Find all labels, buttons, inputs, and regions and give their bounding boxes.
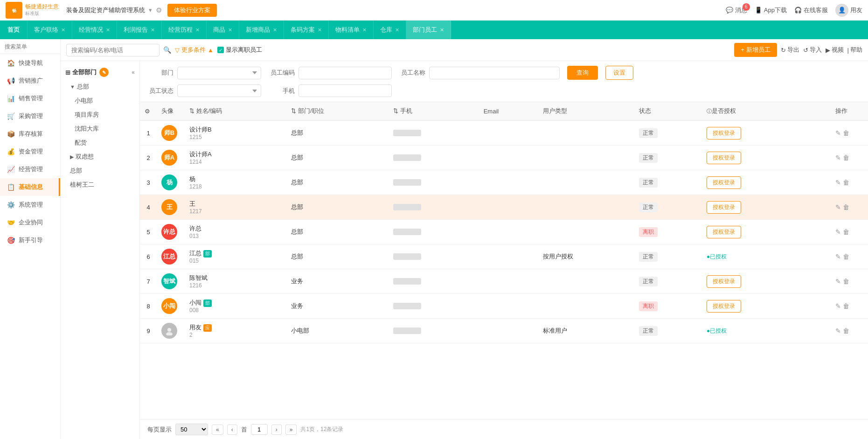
sidebar-item-sales[interactable]: 📊 销售管理 bbox=[0, 90, 60, 107]
sidebar-item-finance[interactable]: 💰 资金管理 bbox=[0, 143, 60, 160]
sidebar-item-basic[interactable]: 📋 基础信息 bbox=[0, 178, 60, 196]
close-icon[interactable]: ✕ bbox=[362, 27, 367, 33]
edit-button[interactable]: ✎ bbox=[835, 278, 841, 285]
dept-item-shenyang[interactable]: 沈阳大库 bbox=[61, 122, 139, 136]
dropdown-arrow-icon[interactable]: ▾ bbox=[149, 7, 152, 14]
dept-item-headquarters[interactable]: ▼ 总部 bbox=[61, 80, 139, 94]
th-phone[interactable]: ⇅ 手机 bbox=[389, 102, 479, 120]
edit-button[interactable]: ✎ bbox=[835, 253, 841, 260]
emp-code-filter-input[interactable] bbox=[299, 67, 392, 79]
edit-button[interactable]: ✎ bbox=[835, 302, 841, 310]
auth-login-button[interactable]: 授权登录 bbox=[707, 152, 741, 164]
tab-barcode[interactable]: 条码方案 ✕ bbox=[284, 21, 329, 39]
prev-page-button[interactable]: ‹ bbox=[227, 425, 237, 435]
close-icon[interactable]: ✕ bbox=[195, 27, 200, 33]
edit-button[interactable]: ✎ bbox=[835, 179, 841, 186]
close-icon[interactable]: ✕ bbox=[318, 27, 322, 33]
close-icon[interactable]: ✕ bbox=[106, 27, 110, 33]
add-employee-button[interactable]: + 新增员工 bbox=[734, 43, 777, 57]
dept-item-dual[interactable]: ▶ 双虑想 bbox=[61, 150, 139, 164]
search-button[interactable]: 🔍 bbox=[163, 46, 171, 54]
sidebar-item-purchase[interactable]: 🛒 采购管理 bbox=[0, 107, 60, 125]
close-icon[interactable]: ✕ bbox=[228, 27, 232, 33]
next-page-button[interactable]: › bbox=[271, 425, 282, 435]
collapse-icon[interactable]: « bbox=[132, 69, 135, 76]
sidebar-item-collab[interactable]: 🤝 企业协同 bbox=[0, 214, 60, 231]
phone-filter-input[interactable] bbox=[299, 84, 392, 97]
dept-item-electronics[interactable]: 小电部 bbox=[61, 94, 139, 108]
show-resigned-checkbox[interactable]: ✓ 显示离职员工 bbox=[217, 46, 262, 54]
first-page-button[interactable]: « bbox=[212, 425, 223, 435]
auth-login-button[interactable]: 授权登录 bbox=[707, 226, 741, 238]
close-icon[interactable]: ✕ bbox=[395, 27, 399, 33]
last-page-button[interactable]: » bbox=[285, 425, 297, 435]
delete-button[interactable]: 🗑 bbox=[843, 302, 849, 310]
edit-button[interactable]: ✎ bbox=[835, 327, 841, 334]
delete-button[interactable]: 🗑 bbox=[843, 203, 849, 211]
dept-item-hq2[interactable]: 总部 bbox=[61, 164, 139, 178]
tab-add-goods[interactable]: 新增商品 ✕ bbox=[239, 21, 284, 39]
set-button[interactable]: 设置 bbox=[605, 66, 633, 80]
emp-status-filter-select[interactable] bbox=[177, 84, 261, 97]
sidebar-item-system[interactable]: ⚙️ 系统管理 bbox=[0, 196, 60, 214]
help-button[interactable]: | 帮助 bbox=[847, 46, 862, 54]
dept-tree-header[interactable]: ⊞ 全部部门 ✎ « bbox=[61, 65, 139, 80]
dept-item-distribution[interactable]: 配货 bbox=[61, 136, 139, 150]
sidebar-item-nav[interactable]: 🏠 快捷导航 bbox=[0, 54, 60, 72]
online-service-btn[interactable]: 🎧 在线客服 bbox=[794, 6, 828, 14]
edit-button[interactable]: ✎ bbox=[835, 203, 841, 211]
search-input[interactable] bbox=[5, 43, 61, 50]
close-icon[interactable]: ✕ bbox=[440, 27, 444, 33]
delete-button[interactable]: 🗑 bbox=[843, 129, 849, 137]
tab-home[interactable]: 首页 bbox=[0, 21, 28, 39]
auth-login-button[interactable]: 授权登录 bbox=[707, 176, 741, 189]
query-button[interactable]: 查询 bbox=[567, 66, 598, 80]
delete-button[interactable]: 🗑 bbox=[843, 179, 849, 186]
user-menu[interactable]: 👤 用友 bbox=[835, 4, 862, 17]
dept-item-warehouse[interactable]: 项目库房 bbox=[61, 108, 139, 122]
tab-customer[interactable]: 客户联络 ✕ bbox=[28, 21, 72, 39]
per-page-select[interactable]: 50 20 100 bbox=[175, 424, 208, 435]
delete-button[interactable]: 🗑 bbox=[843, 228, 849, 236]
settings-icon[interactable]: ⚙ bbox=[156, 6, 162, 14]
app-download-btn[interactable]: 📱 App下载 bbox=[755, 6, 787, 14]
close-icon[interactable]: ✕ bbox=[61, 27, 65, 33]
tab-department[interactable]: 部门员工 ✕ bbox=[406, 21, 451, 39]
auth-login-button[interactable]: 授权登录 bbox=[707, 300, 741, 313]
th-dept[interactable]: ⇅ 部门/职位 bbox=[286, 102, 388, 120]
export-button[interactable]: ↻ 导出 bbox=[781, 46, 799, 54]
delete-button[interactable]: 🗑 bbox=[843, 154, 849, 161]
delete-button[interactable]: 🗑 bbox=[843, 278, 849, 285]
dept-item-plant[interactable]: 植树王二 bbox=[61, 178, 139, 192]
import-button[interactable]: ↺ 导入 bbox=[803, 46, 822, 54]
tab-profit[interactable]: 利润报告 ✕ bbox=[117, 21, 162, 39]
sidebar-item-guide[interactable]: 🎯 新手引导 bbox=[0, 231, 60, 249]
delete-button[interactable]: 🗑 bbox=[843, 253, 849, 260]
close-icon[interactable]: ✕ bbox=[151, 27, 155, 33]
trial-button[interactable]: 体验行业方案 bbox=[167, 4, 217, 17]
auth-login-button[interactable]: 授权登录 bbox=[707, 275, 741, 288]
tab-goods[interactable]: 商品 ✕ bbox=[207, 21, 239, 39]
tab-warehouse[interactable]: 仓库 ✕ bbox=[374, 21, 406, 39]
more-filter-button[interactable]: ▽ 更多条件 ▲ bbox=[175, 46, 214, 54]
notifications-btn[interactable]: 💬 消息 6 bbox=[726, 6, 747, 14]
auth-login-button[interactable]: 授权登录 bbox=[707, 127, 741, 139]
sidebar-item-inventory[interactable]: 📦 库存核算 bbox=[0, 125, 60, 143]
edit-button[interactable]: ✎ bbox=[835, 228, 841, 236]
auth-login-button[interactable]: 授权登录 bbox=[707, 201, 741, 214]
dept-filter-select[interactable] bbox=[177, 67, 261, 79]
sidebar-item-operation[interactable]: 📈 经营管理 bbox=[0, 160, 60, 178]
edit-button[interactable]: ✎ bbox=[835, 129, 841, 137]
tab-bom[interactable]: 物料清单 ✕ bbox=[329, 21, 374, 39]
close-icon[interactable]: ✕ bbox=[273, 27, 277, 33]
page-number-input[interactable] bbox=[251, 424, 268, 435]
delete-button[interactable]: 🗑 bbox=[843, 327, 849, 334]
video-button[interactable]: ▶ 视频 bbox=[826, 46, 844, 54]
th-name[interactable]: ⇅ 姓名/编码 bbox=[185, 102, 286, 120]
edit-dept-icon[interactable]: ✎ bbox=[99, 68, 109, 77]
emp-name-filter-input[interactable] bbox=[429, 67, 560, 79]
edit-button[interactable]: ✎ bbox=[835, 154, 841, 161]
tab-operation[interactable]: 经营情况 ✕ bbox=[72, 21, 117, 39]
tab-history[interactable]: 经营历程 ✕ bbox=[162, 21, 207, 39]
th-settings[interactable]: ⚙ bbox=[140, 102, 157, 120]
